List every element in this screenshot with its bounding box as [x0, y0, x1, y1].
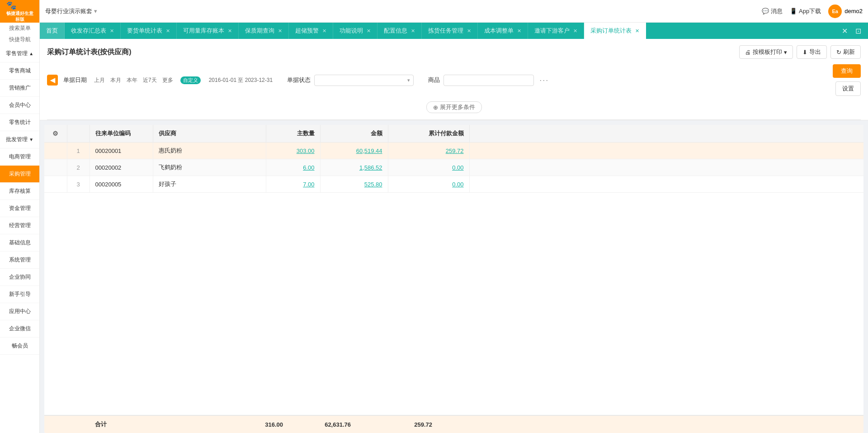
th-qty[interactable]: 主数量	[266, 125, 320, 143]
sidebar-item-basic[interactable]: 基础信息	[0, 234, 39, 252]
sidebar-item-inventory[interactable]: 库存核算	[0, 183, 39, 200]
tab-home[interactable]: 首页	[40, 23, 65, 39]
tab-receive-summary-close[interactable]: ✕	[110, 28, 114, 34]
restore-tab-btn[interactable]: ⊡	[852, 24, 864, 37]
user-menu[interactable]: Ea demo2	[828, 5, 863, 18]
tab-order-summary-label: 要货单统计表	[127, 27, 162, 35]
th-supplier[interactable]: 供应商	[153, 125, 266, 143]
row-qty[interactable]: 6.00	[266, 159, 320, 176]
goods-input[interactable]	[443, 75, 534, 86]
sidebar-item-retail-stat[interactable]: 零售统计	[0, 114, 39, 131]
page-actions: 🖨 按模板打印 ▾ ⬇ 导出 ↻ 刷新	[739, 45, 861, 59]
settings-btn[interactable]: 设置	[835, 81, 861, 96]
sidebar-item-retail-shop[interactable]: 零售商城	[0, 62, 39, 80]
sidebar-item-newbie[interactable]: 新手引导	[0, 286, 39, 303]
tab-help-close[interactable]: ✕	[367, 28, 371, 34]
shortcut-more[interactable]: 更多	[160, 76, 175, 85]
date-shortcuts: 上月 本月 本年 近7天 更多	[92, 76, 175, 85]
th-amount[interactable]: 金额	[320, 125, 388, 143]
row-paid[interactable]: 0.00	[388, 159, 469, 176]
row-paid[interactable]: 0.00	[388, 176, 469, 193]
sidebar-item-business[interactable]: 经营管理	[0, 217, 39, 234]
tab-expiry-query-label: 保质期查询	[245, 27, 274, 35]
data-table-area: ⚙ 往来单位编码 供应商 主数量 金额 累计付款金额	[44, 125, 863, 433]
row-amount[interactable]: 60,519.44	[320, 143, 388, 159]
template-print-btn[interactable]: 🖨 按模板打印 ▾	[739, 45, 793, 59]
more-options-icon[interactable]: ···	[539, 76, 549, 85]
sidebar-item-member[interactable]: 会员中心	[0, 97, 39, 114]
row-amount[interactable]: 1,586.52	[320, 159, 388, 176]
sidebar-item-purchase[interactable]: 采购管理	[0, 166, 39, 183]
sidebar-item-marketing[interactable]: 营销推广	[0, 80, 39, 97]
sidebar-item-wechat[interactable]: 企业微信	[0, 320, 39, 338]
status-select[interactable]	[314, 75, 414, 86]
sidebar-search[interactable]: 搜索菜单	[0, 23, 39, 34]
date-label: 单据日期	[63, 76, 87, 84]
tab-picking[interactable]: 拣货任务管理 ✕	[422, 23, 478, 39]
tab-expiry-query-close[interactable]: ✕	[278, 28, 282, 34]
shortcut-this-year[interactable]: 本年	[125, 76, 139, 85]
tab-cost-adj-close[interactable]: ✕	[517, 28, 521, 34]
row-paid[interactable]: 259.72	[388, 143, 469, 159]
shortcut-last-month[interactable]: 上月	[92, 76, 107, 85]
table-footer: 合计 316.00 62,631.76 259.72	[44, 415, 863, 433]
column-settings-icon[interactable]: ⚙	[52, 130, 58, 137]
tab-usable-stock[interactable]: 可用量库存账本 ✕	[177, 23, 239, 39]
tab-over-stock[interactable]: 超储预警 ✕	[289, 23, 333, 39]
sidebar-shortcut[interactable]: 快捷导航	[0, 34, 39, 45]
custom-date-badge[interactable]: 自定义	[180, 76, 201, 84]
refresh-btn[interactable]: ↻ 刷新	[830, 45, 861, 59]
row-amount[interactable]: 525.80	[320, 176, 388, 193]
tab-help[interactable]: 功能说明 ✕	[333, 23, 377, 39]
sidebar-item-enterprise[interactable]: 企业协同	[0, 269, 39, 286]
th-settings[interactable]: ⚙	[44, 125, 67, 143]
app-download-btn[interactable]: 📱 App下载	[790, 7, 821, 15]
tab-config-close[interactable]: ✕	[411, 28, 415, 34]
th-code[interactable]: 往来单位编码	[90, 125, 153, 143]
row-code: 00020001	[90, 143, 153, 159]
shortcut-7days[interactable]: 近7天	[141, 76, 159, 85]
sidebar-item-appstore[interactable]: 应用中心	[0, 303, 39, 320]
close-tab-btn[interactable]: ✕	[838, 24, 851, 37]
tab-over-stock-close[interactable]: ✕	[322, 28, 326, 34]
footer-amount: 62,631.76	[283, 421, 351, 428]
sidebar-item-ecommerce[interactable]: 电商管理	[0, 148, 39, 166]
table-scroll[interactable]: ⚙ 往来单位编码 供应商 主数量 金额 累计付款金额	[44, 125, 863, 415]
tab-picking-close[interactable]: ✕	[467, 28, 471, 34]
message-btn[interactable]: 💬 消息	[762, 7, 783, 15]
tab-order-summary-close[interactable]: ✕	[166, 28, 170, 34]
tab-usable-stock-close[interactable]: ✕	[228, 28, 232, 34]
export-btn[interactable]: ⬇ 导出	[797, 45, 827, 59]
sidebar-item-wholesale[interactable]: 批发管理 ▼	[0, 131, 39, 148]
filter-toggle-btn[interactable]: ◀	[47, 75, 58, 86]
tab-invite[interactable]: 邀请下游客户 ✕	[528, 23, 584, 39]
expand-filter-btn[interactable]: ⊕ 展开更多条件	[426, 101, 482, 113]
tab-order-summary[interactable]: 要货单统计表 ✕	[121, 23, 177, 39]
row-supplier: 飞鹤奶粉	[153, 159, 266, 176]
tab-usable-stock-label: 可用量库存账本	[183, 27, 224, 35]
tab-purchase-stat-label: 采购订单统计表	[590, 27, 632, 35]
tab-config[interactable]: 配置信息 ✕	[377, 23, 422, 39]
query-btn[interactable]: 查询	[833, 64, 861, 78]
table-row[interactable]: 1 00020001 惠氏奶粉 303.00 60,519.44 259.72	[44, 143, 863, 159]
row-code: 00020005	[90, 176, 153, 193]
tab-expiry-query[interactable]: 保质期查询 ✕	[239, 23, 289, 39]
tab-purchase-stat-close[interactable]: ✕	[635, 28, 639, 34]
sidebar-item-retail[interactable]: 零售管理 ▲	[0, 45, 39, 62]
table-row[interactable]: 2 00020002 飞鹤奶粉 6.00 1,586.52 0.00	[44, 159, 863, 176]
tab-config-label: 配置信息	[384, 27, 407, 35]
workspace-selector[interactable]: 母婴行业演示账套 ▾	[45, 7, 97, 15]
tab-receive-summary[interactable]: 收发存汇总表 ✕	[65, 23, 121, 39]
tab-invite-close[interactable]: ✕	[573, 28, 577, 34]
th-paid[interactable]: 累计付款金额	[388, 125, 469, 143]
sidebar-item-finance[interactable]: 资金管理	[0, 200, 39, 217]
shortcut-this-month[interactable]: 本月	[108, 76, 123, 85]
tab-purchase-stat[interactable]: 采购订单统计表 ✕	[584, 23, 646, 39]
row-qty[interactable]: 303.00	[266, 143, 320, 159]
sidebar-item-vip[interactable]: 畅会员	[0, 338, 39, 355]
table-row[interactable]: 3 00020005 好孩子 7.00 525.80 0.00	[44, 176, 863, 193]
sidebar-item-system[interactable]: 系统管理	[0, 252, 39, 269]
tab-cost-adj[interactable]: 成本调整单 ✕	[478, 23, 528, 39]
row-qty[interactable]: 7.00	[266, 176, 320, 193]
status-filter: 单据状态	[287, 75, 414, 86]
